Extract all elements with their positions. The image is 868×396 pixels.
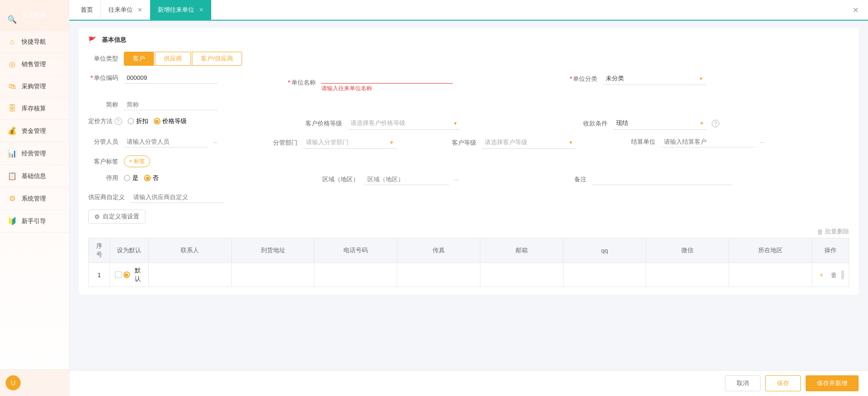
remarks-input[interactable] (592, 174, 733, 185)
cell-index: 1 (89, 263, 110, 287)
pricing-radio-level[interactable]: 价格等级 (154, 117, 187, 125)
unit-code-label: *单位编码 (88, 74, 121, 82)
customer-level-label: 客户等级 (446, 139, 479, 147)
email-input[interactable] (485, 272, 558, 279)
custom-settings-button[interactable]: ⚙ 自定义项设置 (88, 210, 145, 224)
table-actions: 🗑 批量删除 (88, 227, 849, 236)
disabled-group: 是 否 (124, 174, 159, 182)
tab-partner-new[interactable]: 新增往来单位 ✕ (150, 0, 212, 20)
unit-type-group: 客户 供应商 客户/供应商 (124, 52, 242, 66)
region-more-button[interactable]: ··· (452, 176, 461, 183)
remarks-field: 备注 (556, 174, 849, 185)
supplier-custom-field: 供应商自定义 (88, 192, 621, 203)
sidebar-item-finance[interactable]: 💰 资金管理 (0, 120, 69, 142)
disabled-field: 停用 是 否 (88, 174, 322, 182)
tab-partner-new-label: 新增往来单位 (158, 6, 194, 14)
tab-partner-new-close[interactable]: ✕ (199, 7, 204, 13)
phone-input[interactable] (319, 272, 392, 279)
unit-category-field: *单位分类 未分类 ▼ (567, 72, 849, 85)
settlement-unit-input[interactable] (661, 136, 755, 148)
wechat-input[interactable] (651, 272, 724, 279)
bulk-delete-button[interactable]: 🗑 批量删除 (817, 227, 849, 236)
payment-help-icon[interactable]: ? (712, 120, 719, 127)
supervisor-more-button[interactable]: ··· (211, 139, 220, 146)
supplier-custom-input[interactable] (130, 192, 224, 203)
department-select[interactable]: 请输入分管部门 ▼ (303, 136, 397, 149)
short-name-input[interactable] (124, 99, 218, 110)
customer-price-level-select[interactable]: 请选择客户价格等级 ▼ (348, 117, 460, 130)
customer-level-select[interactable]: 请选择客户等级 ▼ (482, 136, 576, 149)
cell-qq[interactable] (563, 263, 646, 287)
sidebar-item-basic[interactable]: 📋 基础信息 (0, 165, 69, 187)
delete-row-button[interactable]: 🗑 (829, 270, 838, 280)
sidebar-item-label: 搜索菜单 (22, 11, 46, 20)
settlement-unit-more-button[interactable]: ··· (758, 139, 767, 146)
qq-input[interactable] (568, 272, 641, 279)
sidebar-item-label: 库存核算 (22, 104, 46, 113)
drag-handle[interactable] (841, 270, 844, 280)
default-radio[interactable]: 默认 (123, 266, 144, 283)
cell-region[interactable] (729, 263, 812, 287)
add-row-button[interactable]: + (817, 270, 826, 280)
save-new-button[interactable]: 保存并新增 (806, 375, 859, 391)
col-qq: qq (563, 238, 646, 263)
close-all-button[interactable]: ✕ (847, 6, 864, 15)
disabled-radio-yes[interactable]: 是 (124, 174, 138, 182)
unit-name-input[interactable] (321, 72, 453, 84)
row-checkbox[interactable] (115, 272, 122, 278)
address-input[interactable] (236, 272, 310, 279)
row-region-input[interactable] (734, 272, 807, 279)
sidebar-item-purchase[interactable]: 🛍 采购管理 (0, 76, 69, 98)
cell-contact[interactable] (148, 263, 231, 287)
sidebar-item-guide[interactable]: 🔰 新手引导 (0, 210, 69, 233)
type-btn-customer[interactable]: 客户 (124, 52, 154, 66)
add-tag-button[interactable]: + 标签 (124, 155, 150, 167)
sidebar-item-operations[interactable]: 📊 经营管理 (0, 142, 69, 165)
search-icon: ≡🔍 (8, 7, 17, 24)
disabled-no-label: 否 (152, 174, 159, 182)
sidebar-item-label: 快捷导航 (22, 38, 46, 46)
chevron-down-icon: ▼ (453, 121, 458, 126)
cell-fax[interactable] (397, 263, 480, 287)
cell-email[interactable] (480, 263, 563, 287)
sidebar-item-quick-nav[interactable]: ⌂ 快捷导航 (0, 31, 69, 53)
short-name-field: 简称 (88, 99, 621, 110)
payment-terms-value: 现结 (616, 119, 698, 127)
tab-partner-list[interactable]: 往来单位 ✕ (101, 0, 150, 20)
customer-tag-label: 客户标签 (88, 157, 121, 166)
cell-address[interactable] (231, 263, 314, 287)
col-action: 操作 (812, 238, 849, 263)
type-btn-both[interactable]: 客户/供应商 (192, 52, 242, 66)
sidebar-item-system[interactable]: ⚙ 系统管理 (0, 187, 69, 210)
unit-code-input[interactable] (124, 72, 218, 84)
supervisor-input[interactable] (124, 136, 208, 148)
cell-wechat[interactable] (646, 263, 729, 287)
sidebar-item-sales[interactable]: ◎ 销售管理 (0, 53, 69, 76)
fax-input[interactable] (402, 272, 475, 279)
customer-tag-row: 客户标签 + 标签 (88, 155, 849, 167)
save-button[interactable]: 保存 (765, 375, 801, 391)
system-icon: ⚙ (8, 194, 17, 203)
tab-partner-list-close[interactable]: ✕ (137, 7, 142, 13)
tab-home[interactable]: 首页 (73, 0, 101, 20)
sidebar-item-label: 系统管理 (22, 194, 46, 203)
remarks-label: 备注 (556, 175, 589, 184)
delete-icon: 🗑 (817, 228, 823, 235)
contact-input[interactable] (153, 272, 227, 279)
cancel-button[interactable]: 取消 (725, 375, 761, 391)
gear-icon: ⚙ (94, 213, 100, 220)
unit-category-select[interactable]: 未分类 ▼ (603, 72, 706, 85)
pricing-help-icon[interactable]: ? (114, 117, 122, 125)
department-field: 分管部门 请输入分管部门 ▼ (267, 136, 447, 149)
disabled-radio-no[interactable]: 否 (144, 174, 159, 182)
cell-phone[interactable] (314, 263, 397, 287)
basic-icon: 📋 (8, 171, 17, 180)
region-input[interactable] (365, 174, 449, 185)
type-btn-supplier[interactable]: 供应商 (155, 52, 191, 66)
sidebar-item-inventory[interactable]: 🗄 库存核算 (0, 98, 69, 120)
pricing-radio-discount[interactable]: 折扣 (128, 117, 148, 125)
sidebar-item-search[interactable]: ≡🔍 搜索菜单 (0, 0, 69, 31)
unit-name-wrapper: 请输入往来单位名称 (321, 72, 568, 93)
col-default: 设为默认 (110, 238, 148, 263)
payment-terms-select[interactable]: 现结 ▼ (613, 117, 707, 130)
